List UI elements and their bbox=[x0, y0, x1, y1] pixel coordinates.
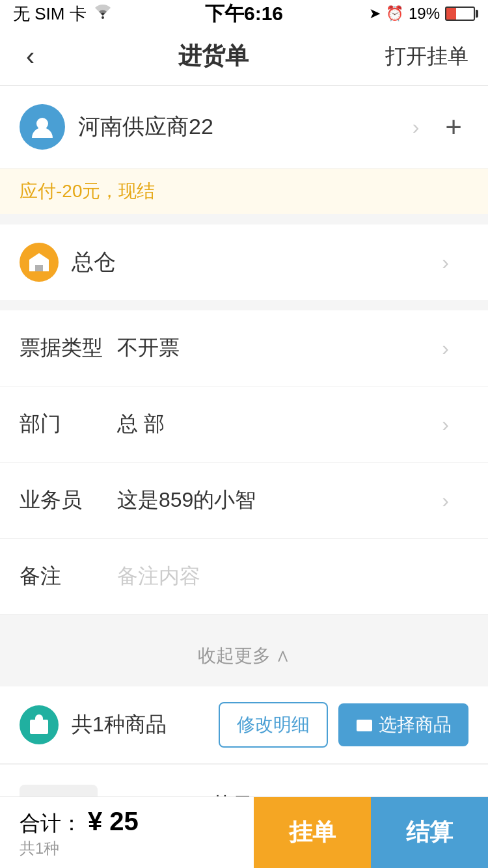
svg-rect-2 bbox=[35, 265, 43, 271]
warehouse-label: 总仓 bbox=[72, 247, 442, 277]
svg-point-0 bbox=[102, 16, 104, 19]
supplier-row[interactable]: 河南供应商22 › + bbox=[0, 86, 488, 169]
supplier-chevron-icon: › bbox=[413, 115, 420, 139]
invoice-type-row[interactable]: 票据类型 不开票 › bbox=[0, 310, 488, 387]
wifi-icon bbox=[93, 4, 113, 24]
open-pending-button[interactable]: 打开挂单 bbox=[385, 42, 468, 71]
bottom-bar: 合计： ¥ 25 共1种 挂单 结算 bbox=[0, 796, 488, 868]
total-label: 合计： bbox=[20, 811, 82, 835]
supplier-name: 河南供应商22 bbox=[78, 112, 413, 142]
supplier-avatar bbox=[20, 104, 65, 150]
warehouse-chevron-icon: › bbox=[442, 251, 449, 275]
invoice-chevron-icon: › bbox=[442, 336, 449, 360]
total-line: 合计： ¥ 25 bbox=[20, 807, 234, 838]
carrier-text: 无 SIM 卡 bbox=[13, 3, 87, 25]
status-indicators: ➤ ⏰ 19% bbox=[369, 5, 475, 23]
page-title: 进货单 bbox=[178, 40, 249, 72]
pending-button[interactable]: 挂单 bbox=[254, 797, 371, 869]
back-button[interactable]: ‹ bbox=[20, 35, 41, 77]
modify-detail-button[interactable]: 修改明细 bbox=[219, 702, 328, 748]
invoice-type-label: 票据类型 bbox=[20, 334, 111, 362]
form-card: 票据类型 不开票 › 部门 总 部 › 业务员 这是859的小智 › 备注 备注… bbox=[0, 310, 488, 615]
warehouse-row[interactable]: 总仓 › bbox=[0, 224, 488, 300]
battery-percent: 19% bbox=[409, 5, 440, 23]
total-amount: ¥ 25 bbox=[88, 807, 139, 835]
supplier-card: 河南供应商22 › + 应付-20元，现结 bbox=[0, 86, 488, 214]
select-product-button[interactable]: 选择商品 bbox=[338, 703, 468, 746]
nav-bar: ‹ 进货单 打开挂单 bbox=[0, 27, 488, 86]
remark-row[interactable]: 备注 备注内容 bbox=[0, 539, 488, 615]
warehouse-icon bbox=[20, 243, 59, 282]
salesperson-row[interactable]: 业务员 这是859的小智 › bbox=[0, 463, 488, 539]
checkout-button[interactable]: 结算 bbox=[371, 797, 488, 869]
status-time: 下午6:16 bbox=[205, 1, 283, 27]
status-carrier: 无 SIM 卡 bbox=[13, 3, 113, 25]
location-icon: ➤ bbox=[369, 5, 381, 22]
product-header: 共1种商品 修改明细 选择商品 bbox=[0, 686, 488, 764]
department-label: 部门 bbox=[20, 410, 111, 439]
battery-icon bbox=[445, 7, 475, 21]
total-section: 合计： ¥ 25 共1种 bbox=[0, 807, 254, 859]
collapse-bar[interactable]: 收起更多 ∧ bbox=[0, 625, 488, 686]
notice-bar: 应付-20元，现结 bbox=[0, 169, 488, 214]
remark-input[interactable]: 备注内容 bbox=[111, 562, 468, 591]
product-count: 共1种商品 bbox=[72, 711, 219, 739]
main-content: 河南供应商22 › + 应付-20元，现结 总仓 › 票据类型 不开票 › bbox=[0, 86, 488, 868]
notice-text: 应付-20元，现结 bbox=[20, 181, 155, 201]
product-icon bbox=[20, 705, 59, 744]
alarm-icon: ⏰ bbox=[386, 5, 403, 22]
svg-rect-3 bbox=[30, 720, 48, 734]
department-chevron-icon: › bbox=[442, 413, 449, 437]
total-sub-label: 共1种 bbox=[20, 838, 234, 859]
remark-label: 备注 bbox=[20, 562, 111, 591]
salesperson-chevron-icon: › bbox=[442, 489, 449, 513]
collapse-label: 收起更多 ∧ bbox=[198, 644, 291, 668]
invoice-type-value: 不开票 bbox=[111, 334, 442, 362]
department-value: 总 部 bbox=[111, 410, 442, 439]
add-button[interactable]: + bbox=[439, 111, 468, 143]
department-row[interactable]: 部门 总 部 › bbox=[0, 387, 488, 463]
salesperson-label: 业务员 bbox=[20, 486, 111, 515]
status-bar: 无 SIM 卡 下午6:16 ➤ ⏰ 19% bbox=[0, 0, 488, 27]
warehouse-card: 总仓 › bbox=[0, 224, 488, 300]
salesperson-value: 这是859的小智 bbox=[111, 486, 442, 515]
